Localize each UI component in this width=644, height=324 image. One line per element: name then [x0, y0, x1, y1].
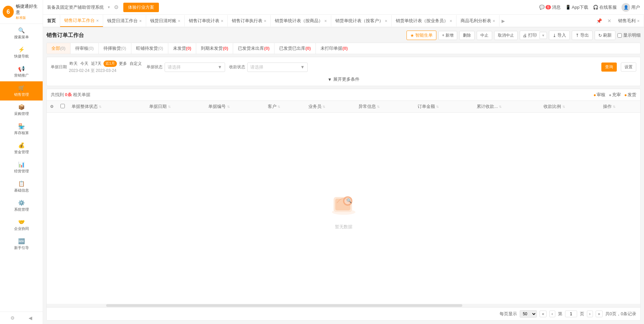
- date-shortcut-今天[interactable]: 今天: [80, 60, 89, 67]
- topbar-settings-icon[interactable]: ⚙: [114, 4, 119, 10]
- sort-icon[interactable]: ⇅: [562, 105, 565, 109]
- date-shortcut-近7天[interactable]: 近7天: [90, 60, 102, 67]
- tab-sales-summary-staff[interactable]: 销货单统计表（按业务员）✕: [392, 15, 457, 27]
- sidebar-item-sales[interactable]: 🛒销售管理: [0, 81, 43, 100]
- sort-icon[interactable]: ⇅: [227, 105, 230, 109]
- sort-icon[interactable]: ⇅: [168, 105, 171, 109]
- first-page-button[interactable]: «: [540, 311, 547, 317]
- status-select[interactable]: 请选择 ▼: [165, 63, 225, 72]
- cancel-pause-button[interactable]: 取消中止: [494, 31, 518, 40]
- user-item[interactable]: 👤 用户: [621, 3, 640, 12]
- industry-solution-button[interactable]: 体验行业方案: [123, 3, 159, 12]
- filter-tab-wangpu-pending[interactable]: 旺铺待发货(0): [131, 43, 168, 54]
- collapse-icon[interactable]: ◀: [29, 315, 32, 321]
- last-page-button[interactable]: »: [596, 311, 603, 317]
- tab-sales-stats[interactable]: 销售订单统计表✕: [185, 15, 228, 27]
- horizontal-scrollbar[interactable]: [47, 304, 640, 307]
- tab-cash-reconcile[interactable]: 钱货日清对账✕: [146, 15, 185, 27]
- table-op-发货[interactable]: ●发货: [624, 92, 636, 98]
- sort-icon[interactable]: ⇅: [377, 105, 380, 109]
- settings-filter-button[interactable]: 设置: [621, 63, 636, 72]
- tab-close-sales-exec[interactable]: ✕: [264, 19, 266, 23]
- sidebar-item-basic[interactable]: 📋基础信息: [0, 177, 43, 196]
- query-button[interactable]: 查询: [601, 63, 617, 72]
- tab-cash-daily[interactable]: 钱货日清工作台✕: [103, 15, 146, 27]
- message-item[interactable]: 💬 6 消息: [539, 4, 561, 10]
- export-button[interactable]: ⤒ 导出: [572, 31, 593, 40]
- system-dropdown[interactable]: ▼: [107, 5, 111, 9]
- filter-tab-expired-not-shipped[interactable]: 到期未发货(0): [196, 43, 233, 54]
- tab-sales-summary-customer[interactable]: 销货单统计表（按客户）✕: [331, 15, 392, 27]
- col-settings[interactable]: ⚙: [47, 101, 57, 113]
- filter-tab-pending-inspect[interactable]: 待择验货(0): [99, 43, 131, 54]
- col-checkbox[interactable]: [57, 101, 68, 113]
- sidebar-item-inventory[interactable]: 🏪库存核算: [0, 120, 43, 139]
- sort-icon[interactable]: ⇅: [99, 105, 101, 109]
- date-shortcut-近1月[interactable]: 近1月: [103, 60, 117, 67]
- sort-icon[interactable]: ⇅: [499, 105, 502, 109]
- filter-tab-not-printed[interactable]: 未打印单据(0): [316, 43, 352, 54]
- tab-home[interactable]: 首页: [43, 15, 60, 27]
- smart-create-button[interactable]: ★ 智能生单: [406, 31, 436, 40]
- print-button[interactable]: 🖨 打印: [520, 31, 540, 40]
- tab-sales-profit[interactable]: 销售毛利✕: [614, 15, 644, 27]
- print-dropdown-button[interactable]: ▼: [540, 32, 547, 39]
- filter-tab-shipped-not-in[interactable]: 已发货未出库(0): [233, 43, 274, 54]
- tab-sales-summary-product[interactable]: 销货单统计表（按商品）✕: [271, 15, 331, 27]
- date-shortcut-自定义[interactable]: 自定义: [129, 60, 142, 67]
- tab-sales-order[interactable]: 销售订单工作台✕: [60, 15, 103, 27]
- expand-more-button[interactable]: ▼ 展开更多条件: [51, 76, 636, 82]
- tab-close-sales-stats[interactable]: ✕: [221, 19, 223, 23]
- sidebar-item-search[interactable]: 🔍搜索菜单: [0, 24, 43, 43]
- tab-close-sales-summary-product[interactable]: ✕: [324, 19, 327, 23]
- show-detail-label[interactable]: 显示明细: [617, 32, 641, 38]
- filter-tab-not-shipped[interactable]: 未发货(0): [168, 43, 197, 54]
- pause-button[interactable]: 中止: [477, 31, 492, 40]
- tab-close-sales-summary-customer[interactable]: ✕: [385, 19, 387, 23]
- sidebar-item-quick-nav[interactable]: ⚡快捷导航: [0, 43, 43, 62]
- sidebar-item-operation[interactable]: 📊经营管理: [0, 158, 43, 177]
- page-input[interactable]: [565, 311, 577, 317]
- sort-icon[interactable]: ⇅: [277, 105, 280, 109]
- payment-select[interactable]: 请选择 ▼: [247, 63, 308, 72]
- online-service-item[interactable]: 🎧 在线客服: [593, 4, 617, 10]
- tab-close-sales-summary-staff[interactable]: ✕: [449, 19, 452, 23]
- date-shortcut-更多[interactable]: 更多: [118, 60, 128, 67]
- settings-bottom-icon[interactable]: ⚙: [10, 315, 15, 321]
- sort-icon[interactable]: ⇅: [613, 105, 615, 109]
- refresh-button[interactable]: ↻ 刷新: [595, 31, 615, 40]
- sidebar-item-guide[interactable]: 🆕新手引导: [0, 235, 43, 254]
- sort-icon[interactable]: ⇅: [436, 105, 439, 109]
- select-all-checkbox[interactable]: [60, 104, 65, 108]
- scrollbar-thumb[interactable]: [106, 304, 462, 307]
- prev-page-button[interactable]: ‹: [549, 311, 555, 317]
- sidebar-item-purchase[interactable]: 📦采购管理: [0, 100, 43, 120]
- filter-tab-all[interactable]: 全部(0): [47, 43, 71, 54]
- filter-tab-pending-review[interactable]: 待审核(0): [71, 43, 99, 54]
- sidebar-item-system[interactable]: ⚙️系统管理: [0, 196, 43, 215]
- sort-icon[interactable]: ⇅: [323, 105, 325, 109]
- table-op-充审[interactable]: ●充审: [609, 92, 621, 98]
- sidebar-item-finance[interactable]: 💰资金管理: [0, 139, 43, 158]
- delete-button[interactable]: 删除: [459, 31, 475, 40]
- show-detail-checkbox[interactable]: [617, 33, 622, 38]
- tab-close-cash-daily[interactable]: ✕: [139, 19, 142, 23]
- tab-action-pin[interactable]: 📌: [594, 17, 605, 25]
- add-button[interactable]: + 新增: [438, 31, 457, 40]
- tab-close-product-margin[interactable]: ✕: [492, 19, 495, 23]
- tab-more-button[interactable]: ▶: [500, 16, 507, 26]
- table-op-审核[interactable]: ●审核: [593, 92, 605, 98]
- tab-close-sales-order[interactable]: ✕: [96, 19, 99, 23]
- sidebar-item-marketing[interactable]: 📢营销推广: [0, 62, 43, 81]
- per-page-select[interactable]: 50 100: [520, 310, 537, 318]
- next-page-button[interactable]: ›: [587, 311, 593, 317]
- import-button[interactable]: ⤓ 导入: [549, 31, 570, 40]
- tab-action-close-all[interactable]: ✕: [605, 17, 614, 25]
- date-shortcut-昨天[interactable]: 昨天: [69, 60, 78, 67]
- tab-sales-exec[interactable]: 销售订单执行表✕: [228, 15, 271, 27]
- app-download-item[interactable]: 📱 App下载: [565, 4, 588, 10]
- tab-close-cash-reconcile[interactable]: ✕: [178, 19, 180, 23]
- filter-tab-shipped-in[interactable]: 已发货已出库(0): [274, 43, 316, 54]
- tab-close-sales-profit[interactable]: ✕: [637, 19, 640, 23]
- sidebar-item-enterprise[interactable]: 🤝企业协同: [0, 215, 43, 235]
